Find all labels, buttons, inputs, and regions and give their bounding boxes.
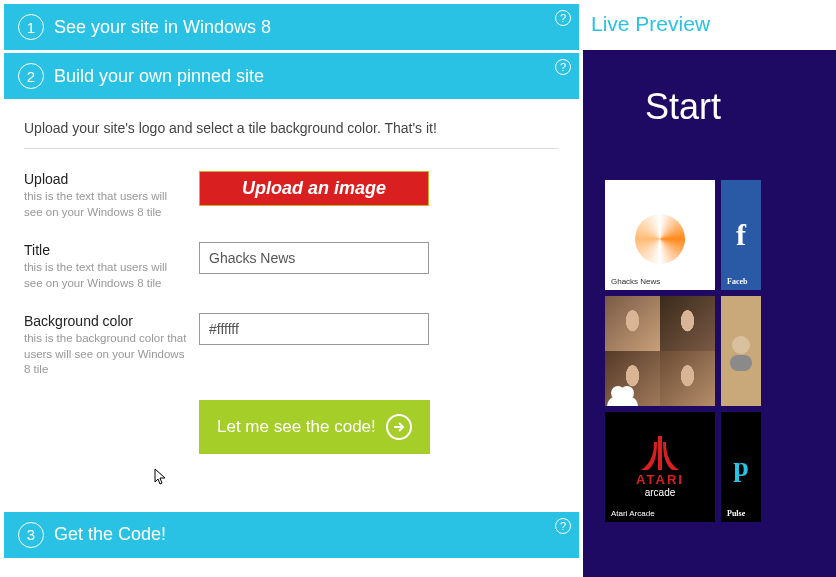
upload-image-button[interactable]: Upload an image	[199, 171, 429, 206]
live-preview-heading: Live Preview	[583, 4, 836, 50]
instruction-text: Upload your site's logo and select a til…	[24, 120, 559, 149]
cursor-icon	[154, 468, 559, 490]
svg-rect-1	[730, 355, 752, 371]
step-number-1: 1	[18, 14, 44, 40]
title-label-col: Title this is the text that users will s…	[24, 242, 199, 291]
step-1-header[interactable]: 1 See your site in Windows 8 ?	[4, 4, 579, 50]
help-icon[interactable]: ?	[555, 10, 571, 26]
title-hint: this is the text that users will see on …	[24, 260, 187, 291]
atari-brand: ATARI	[636, 472, 684, 487]
person-photo-icon	[726, 331, 756, 371]
svg-point-0	[732, 336, 750, 354]
bgcolor-label: Background color	[24, 313, 187, 329]
step-number-2: 2	[18, 63, 44, 89]
atari-logo-icon	[641, 436, 679, 470]
upload-hint: this is the text that users will see on …	[24, 189, 187, 220]
wizard-panel: 1 See your site in Windows 8 ? 2 Build y…	[0, 0, 583, 577]
pulse-icon: p	[733, 451, 749, 483]
step-1-title: See your site in Windows 8	[54, 17, 271, 38]
title-row: Title this is the text that users will s…	[24, 242, 559, 291]
bgcolor-label-col: Background color this is the background …	[24, 313, 199, 378]
preview-panel: Live Preview Start Ghacks News ATARI arc…	[583, 0, 836, 577]
tile-people[interactable]	[605, 296, 715, 406]
tile-caption: Faceb	[727, 277, 747, 286]
tile-photo[interactable]	[721, 296, 761, 406]
title-label: Title	[24, 242, 187, 258]
tile-facebook[interactable]: f Faceb	[721, 180, 761, 290]
title-input[interactable]	[199, 242, 429, 274]
help-icon[interactable]: ?	[555, 518, 571, 534]
atari-sub: arcade	[645, 487, 676, 498]
step-number-3: 3	[18, 522, 44, 548]
tile-pulse[interactable]: p Pulse	[721, 412, 761, 522]
upload-label: Upload	[24, 171, 187, 187]
see-code-label: Let me see the code!	[217, 417, 376, 437]
people-icon	[611, 386, 634, 400]
tiles-grid: Ghacks News ATARI arcade Atari Arcade f	[605, 180, 761, 522]
tile-caption: Pulse	[727, 509, 745, 518]
tile-caption: Atari Arcade	[611, 509, 655, 518]
tile-atari[interactable]: ATARI arcade Atari Arcade	[605, 412, 715, 522]
step-3-title: Get the Code!	[54, 524, 166, 545]
step-2-header[interactable]: 2 Build your own pinned site ?	[4, 53, 579, 99]
upload-row: Upload this is the text that users will …	[24, 171, 559, 220]
start-label: Start	[645, 86, 721, 128]
see-code-button[interactable]: Let me see the code!	[199, 400, 430, 454]
ghacks-logo-icon	[635, 214, 685, 264]
step-2-content: Upload your site's logo and select a til…	[4, 102, 579, 510]
tile-caption: Ghacks News	[611, 277, 660, 286]
step-2-title: Build your own pinned site	[54, 66, 264, 87]
help-icon[interactable]: ?	[555, 59, 571, 75]
bgcolor-row: Background color this is the background …	[24, 313, 559, 378]
facebook-icon: f	[736, 218, 746, 252]
bgcolor-hint: this is the background color that users …	[24, 331, 187, 378]
tile-ghacks[interactable]: Ghacks News	[605, 180, 715, 290]
step-3-header[interactable]: 3 Get the Code! ?	[4, 512, 579, 558]
arrow-right-icon	[386, 414, 412, 440]
bgcolor-input[interactable]	[199, 313, 429, 345]
upload-label-col: Upload this is the text that users will …	[24, 171, 199, 220]
windows8-start-preview: Start Ghacks News ATARI arcade Atari Arc…	[583, 50, 836, 577]
